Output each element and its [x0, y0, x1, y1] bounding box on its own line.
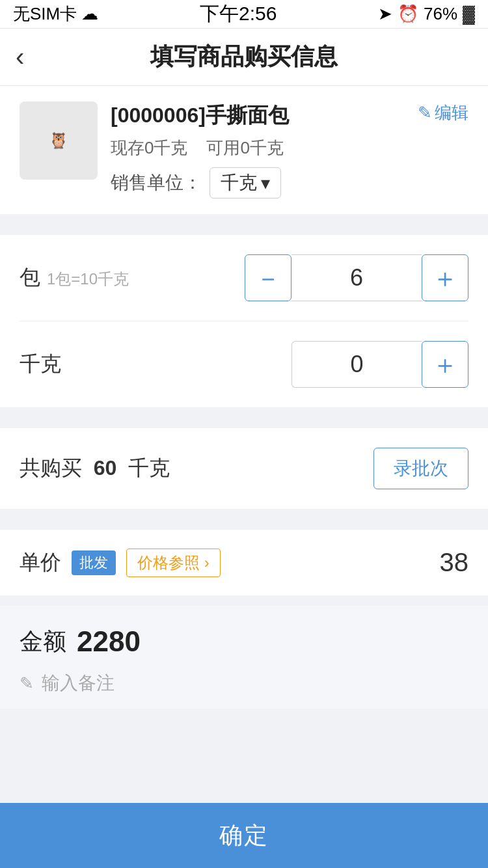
divider-1: [0, 224, 488, 235]
stock-label: 现存0千克: [111, 138, 187, 157]
product-thumbnail: 🦉: [20, 102, 98, 180]
qty-kg-controls: ＋: [291, 341, 468, 388]
quantity-section: 包1包=10千克 － ＋ 千克 ＋: [0, 235, 488, 407]
price-ref-button[interactable]: 价格参照 ›: [126, 549, 221, 577]
divider-3: [0, 519, 488, 530]
summary-quantity: 60: [94, 456, 117, 480]
qty-kg-input[interactable]: [291, 341, 422, 388]
divider-2: [0, 418, 488, 428]
unit-prefix-label: 销售单位：: [111, 170, 202, 195]
page-title: 填写商品购买信息: [150, 41, 338, 73]
battery-text: 76%: [424, 4, 457, 24]
battery-icon: ▓: [463, 4, 475, 24]
qty-bao-label: 包1包=10千克: [20, 264, 129, 292]
status-time: 下午2:56: [200, 1, 277, 27]
location-icon: ➤: [378, 4, 392, 24]
status-bar: 无SIM卡 ☁ 下午2:56 ➤ ⏰ 76% ▓: [0, 0, 488, 29]
price-section: 单价 批发 价格参照 › 38: [0, 530, 488, 595]
note-placeholder[interactable]: 输入备注: [42, 671, 115, 696]
product-info-header: [0000006]手撕面包 ✎ 编辑: [111, 102, 468, 130]
summary-text: 共购买 60 千克: [20, 454, 170, 483]
product-name: [0000006]手撕面包: [111, 102, 418, 130]
price-value: 38: [440, 548, 469, 577]
price-row: 单价 批发 价格参照 › 38: [20, 548, 468, 577]
unit-dropdown[interactable]: 千克 ▾: [210, 167, 281, 198]
qty-bao-input[interactable]: [291, 254, 422, 301]
dropdown-arrow-icon: ▾: [261, 172, 270, 194]
qty-row-kg: 千克 ＋: [20, 321, 468, 407]
amount-row: 金额 2280: [20, 625, 468, 658]
product-info: [0000006]手撕面包 ✎ 编辑 现存0千克 可用0千克 销售单位： 千克 …: [111, 102, 468, 198]
qty-bao-minus-button[interactable]: －: [245, 254, 291, 301]
qty-kg-plus-button[interactable]: ＋: [422, 341, 468, 388]
edit-button[interactable]: ✎ 编辑: [418, 102, 468, 124]
qty-bao-plus-button[interactable]: ＋: [422, 254, 468, 301]
price-type-tag: 批发: [72, 550, 116, 575]
price-label: 单价: [20, 549, 61, 577]
qty-bao-controls: － ＋: [245, 254, 468, 301]
edit-icon: ✎: [418, 103, 432, 123]
confirm-button[interactable]: 确定: [0, 803, 488, 868]
summary-prefix: 共购买: [20, 456, 82, 480]
alarm-icon: ⏰: [398, 4, 418, 24]
summary-unit: 千克: [128, 456, 170, 480]
pencil-icon: ✎: [20, 673, 34, 694]
batch-button[interactable]: 录批次: [373, 448, 468, 489]
thumb-text: 🦉: [49, 131, 68, 150]
back-button[interactable]: ‹: [16, 42, 24, 72]
carrier-text: 无SIM卡 ☁: [13, 3, 98, 25]
qty-kg-label: 千克: [20, 350, 61, 379]
qty-row-bao: 包1包=10千克 － ＋: [20, 235, 468, 321]
note-row[interactable]: ✎ 输入备注: [20, 671, 468, 696]
available-label: 可用0千克: [206, 138, 283, 157]
status-carrier: 无SIM卡 ☁: [13, 3, 98, 25]
qty-bao-hint: 1包=10千克: [47, 270, 129, 288]
amount-section: 金额 2280 ✎ 输入备注: [0, 606, 488, 709]
product-stock: 现存0千克 可用0千克: [111, 137, 468, 159]
product-unit-row: 销售单位： 千克 ▾: [111, 167, 468, 198]
edit-label: 编辑: [435, 102, 468, 124]
amount-label: 金额: [20, 626, 66, 658]
amount-value: 2280: [77, 625, 141, 658]
summary-row: 共购买 60 千克 录批次: [0, 428, 488, 509]
product-card: 🦉 [0000006]手撕面包 ✎ 编辑 现存0千克 可用0千克 销售单位： 千…: [0, 86, 488, 214]
status-right: ➤ ⏰ 76% ▓: [378, 4, 475, 24]
nav-bar: ‹ 填写商品购买信息: [0, 29, 488, 86]
unit-value: 千克: [221, 170, 257, 195]
